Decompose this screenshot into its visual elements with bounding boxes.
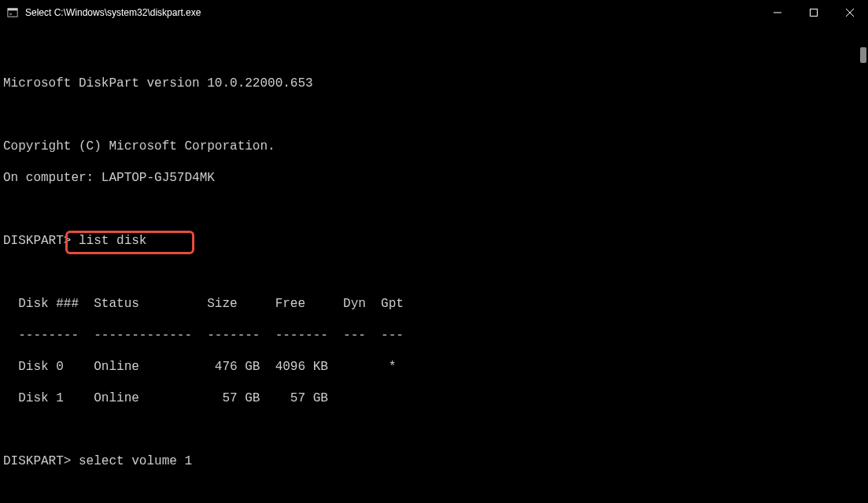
window-title: Select C:\Windows\system32\diskpart.exe: [25, 7, 201, 18]
terminal-blank: [3, 264, 865, 280]
terminal-prompt-line: DISKPART> list disk: [3, 233, 865, 249]
terminal-blank: [3, 422, 865, 438]
terminal-blank: [3, 107, 865, 123]
maximize-button[interactable]: [796, 0, 832, 25]
svg-rect-4: [811, 9, 818, 17]
minimize-button[interactable]: [759, 0, 796, 25]
terminal-prompt: DISKPART>: [3, 454, 79, 468]
terminal-table-header: Disk ### Status Size Free Dyn Gpt: [3, 296, 865, 312]
terminal-content[interactable]: Microsoft DiskPart version 10.0.22000.65…: [0, 25, 868, 503]
terminal-command: list disk: [79, 234, 146, 248]
terminal-copyright: Copyright (C) Microsoft Corporation.: [3, 139, 865, 154]
titlebar-buttons: [759, 0, 868, 25]
titlebar: >_ Select C:\Windows\system32\diskpart.e…: [0, 0, 868, 25]
svg-text:>_: >_: [9, 11, 16, 17]
terminal-prompt: DISKPART>: [3, 234, 79, 248]
titlebar-left: >_ Select C:\Windows\system32\diskpart.e…: [6, 6, 201, 19]
app-icon: >_: [6, 6, 19, 19]
terminal-blank: [3, 44, 865, 60]
terminal-blank: [3, 202, 865, 217]
terminal-computer: On computer: LAPTOP-GJ57D4MK: [3, 170, 865, 186]
terminal-command-highlighted: select volume 1: [79, 454, 192, 468]
terminal-blank: [3, 485, 865, 501]
close-button[interactable]: [832, 0, 868, 25]
terminal-version: Microsoft DiskPart version 10.0.22000.65…: [3, 76, 865, 91]
terminal-table-row: Disk 1 Online 57 GB 57 GB: [3, 390, 865, 406]
scrollbar-thumb[interactable]: [860, 47, 866, 63]
terminal-table-divider: -------- ------------- ------- ------- -…: [3, 327, 865, 343]
terminal-prompt-line: DISKPART> select volume 1: [3, 453, 865, 469]
terminal-table-row: Disk 0 Online 476 GB 4096 KB *: [3, 359, 865, 375]
